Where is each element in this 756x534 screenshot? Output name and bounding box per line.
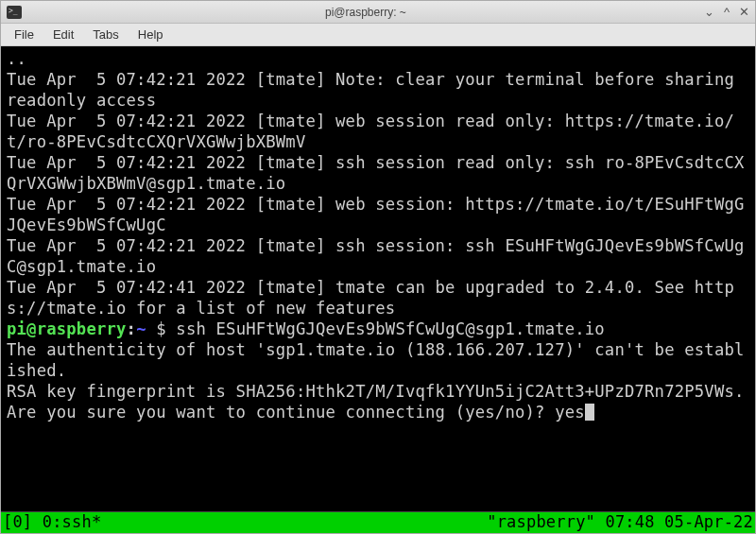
terminal-app-icon [7, 6, 22, 19]
output-line: The authenticity of host 'sgp1.tmate.io … [7, 340, 745, 380]
window-titlebar: pi@raspberry: ~ ⌄ ^ ✕ [1, 1, 755, 24]
output-line: Tue Apr 5 07:42:21 2022 [tmate] ssh sess… [7, 153, 745, 193]
prompt-path: ~ [136, 319, 146, 338]
user-input: yes [555, 403, 585, 422]
output-line: Tue Apr 5 07:42:21 2022 [tmate] Note: cl… [7, 70, 745, 110]
output-line: Tue Apr 5 07:42:21 2022 [tmate] web sess… [7, 195, 745, 234]
output-line: Are you sure you want to continue connec… [7, 403, 555, 422]
menu-file[interactable]: File [5, 26, 43, 43]
menu-help[interactable]: Help [129, 26, 173, 43]
prompt-user: pi@raspberry [7, 319, 127, 338]
minimize-button[interactable]: ⌄ [704, 5, 714, 19]
tmux-status-bar: [0] 0:ssh* "raspberry" 07:48 05-Apr-22 [1, 512, 755, 533]
maximize-button[interactable]: ^ [724, 5, 730, 19]
terminal-content: .. Tue Apr 5 07:42:21 2022 [tmate] Note:… [7, 48, 749, 422]
prompt-dollar: $ [146, 319, 177, 338]
prompt-colon: : [127, 319, 137, 338]
output-line: Tue Apr 5 07:42:21 2022 [tmate] web sess… [7, 112, 734, 151]
menu-bar: File Edit Tabs Help [1, 24, 755, 46]
close-button[interactable]: ✕ [739, 5, 749, 19]
window-title: pi@raspberry: ~ [27, 6, 704, 19]
terminal-pane[interactable]: .. Tue Apr 5 07:42:21 2022 [tmate] Note:… [1, 46, 755, 533]
output-line: Tue Apr 5 07:42:21 2022 [tmate] ssh sess… [7, 236, 745, 276]
output-line: Tue Apr 5 07:42:41 2022 [tmate] tmate ca… [7, 278, 734, 318]
terminal-cursor [585, 404, 594, 421]
status-right: "raspberry" 07:48 05-Apr-22 [487, 512, 753, 533]
menu-edit[interactable]: Edit [43, 26, 83, 43]
output-line: RSA key fingerprint is SHA256:Hthk2T/M/I… [7, 382, 745, 401]
window-controls: ⌄ ^ ✕ [704, 5, 749, 19]
command-input: ssh ESuHFtWgGJQevEs9bWSfCwUgC@sgp1.tmate… [176, 319, 605, 338]
menu-tabs[interactable]: Tabs [83, 26, 128, 43]
output-line: .. [7, 49, 26, 68]
status-left: [0] 0:ssh* [3, 512, 101, 533]
